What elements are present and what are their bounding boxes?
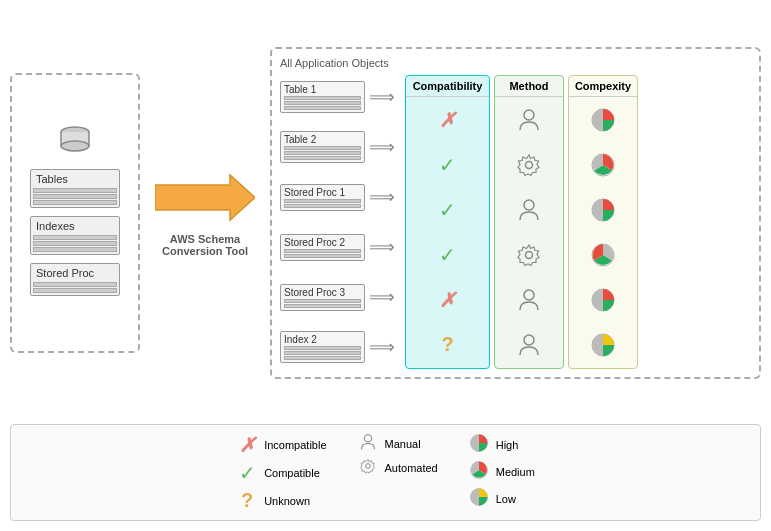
legend-unknown-label: Unknown [264,495,310,507]
obj-box-sp2: Stored Proc 2 [280,234,365,261]
method-cell-2 [517,146,541,184]
gear-icon-4 [517,243,541,267]
object-list: Table 1 ⟹ Table 2 ⟹ [280,75,403,369]
table-row: Index 2 ⟹ [280,325,395,369]
svg-point-2 [61,141,89,151]
arrow-right-3: ⟹ [369,186,395,208]
obj-label-table2: Table 2 [284,134,361,145]
objects-container: All Application Objects Table 1 ⟹ [270,47,761,379]
question-icon-6: ? [441,333,453,356]
col-method: Method [494,75,564,369]
objects-title: All Application Objects [280,57,751,69]
svg-marker-5 [155,175,255,220]
compat-cell-5: ✗ [439,281,456,319]
check-icon-4: ✓ [439,243,456,267]
legend-medium-label: Medium [496,466,535,478]
legend-high-label: High [496,439,519,451]
svg-point-8 [524,200,534,210]
legend-medium-icon [468,460,490,483]
obj-label-sp1: Stored Proc 1 [284,187,361,198]
tables-label: Tables [33,172,117,186]
obj-box-table1: Table 1 [280,81,365,113]
table-row: Stored Proc 3 ⟹ [280,275,395,319]
arrow-right-5: ⟹ [369,286,395,308]
obj-box-sp1: Stored Proc 1 [280,184,365,211]
obj-label-sp2: Stored Proc 2 [284,237,361,248]
legend-person-icon [357,433,379,454]
compat-cell-3: ✓ [439,191,456,229]
source-tables: Tables [30,169,120,208]
person-icon-1 [518,108,540,132]
source-objects: Tables Indexes Stored Proc [10,73,140,353]
indexes-label: Indexes [33,219,117,233]
db-icon [59,126,91,157]
complexity-cell-5 [590,281,616,319]
col-complexity-header: Compexity [569,76,637,97]
legend-item-medium: Medium [468,460,535,483]
method-cell-4 [517,236,541,274]
table-row: Table 2 ⟹ [280,125,395,169]
legend: ✗ Incompatible ✓ Compatible ? Unknown Ma… [10,424,761,521]
obj-label-sp3: Stored Proc 3 [284,287,361,298]
method-cell-5 [518,281,540,319]
check-icon-3: ✓ [439,198,456,222]
arrow-right-2: ⟹ [369,136,395,158]
svg-point-10 [524,290,534,300]
top-section: Tables Indexes Stored Proc [10,10,761,416]
stored-proc-rows [33,282,117,293]
method-cell-1 [518,101,540,139]
compat-cell-1: ✗ [439,101,456,139]
pie-low-yellow-6 [590,332,616,358]
col-compat-cells: ✗ ✓ ✓ ✓ ✗ ? [437,97,458,368]
legend-x-icon: ✗ [236,433,258,457]
indexes-rows [33,235,117,252]
legend-check-icon: ✓ [236,461,258,485]
col-method-cells [515,97,543,368]
legend-compatible-label: Compatible [264,467,320,479]
compat-cell-4: ✓ [439,236,456,274]
legend-low-icon [468,487,490,510]
stored-proc-label: Stored Proc [33,266,117,280]
legend-high-icon [468,433,490,456]
table-row: Stored Proc 2 ⟹ [280,225,395,269]
col-compatibility: Compatibility ✗ ✓ ✓ ✓ ✗ ? [405,75,490,369]
method-cell-3 [518,191,540,229]
complexity-cell-3 [590,191,616,229]
right-section: All Application Objects Table 1 ⟹ [270,47,761,379]
legend-col-1: ✗ Incompatible ✓ Compatible ? Unknown [236,433,326,512]
svg-point-18 [364,435,371,442]
arrow-label: AWS Schema Conversion Tool [162,233,248,257]
legend-item-compatible: ✓ Compatible [236,461,326,485]
compat-cell-2: ✓ [439,146,456,184]
svg-point-9 [526,251,533,258]
legend-item-high: High [468,433,535,456]
complexity-cell-2 [590,146,616,184]
conversion-arrow-container: AWS Schema Conversion Tool [150,170,260,257]
x-icon-1: ✗ [439,108,456,132]
person-icon-3 [518,198,540,222]
legend-item-manual: Manual [357,433,438,454]
orange-arrow-svg [155,170,255,225]
pie-high-1 [590,107,616,133]
person-icon-6 [518,333,540,357]
obj-box-sp3: Stored Proc 3 [280,284,365,311]
legend-incompatible-label: Incompatible [264,439,326,451]
arrow-right-1: ⟹ [369,86,395,108]
legend-item-incompatible: ✗ Incompatible [236,433,326,457]
col-method-header: Method [495,76,563,97]
pie-medium-green-4 [590,242,616,268]
source-stored-proc: Stored Proc [30,263,120,296]
legend-manual-label: Manual [385,438,421,450]
pie-high-3 [590,197,616,223]
main-container: Tables Indexes Stored Proc [0,0,771,531]
tables-rows [33,188,117,205]
svg-point-6 [524,110,534,120]
table-row: Stored Proc 1 ⟹ [280,175,395,219]
check-icon-2: ✓ [439,153,456,177]
source-indexes: Indexes [30,216,120,255]
pie-medium-2 [590,152,616,178]
legend-col-2: Manual Automated [357,433,438,512]
svg-point-11 [524,335,534,345]
obj-label-table1: Table 1 [284,84,361,95]
legend-col-3: High Medium Low [468,433,535,512]
